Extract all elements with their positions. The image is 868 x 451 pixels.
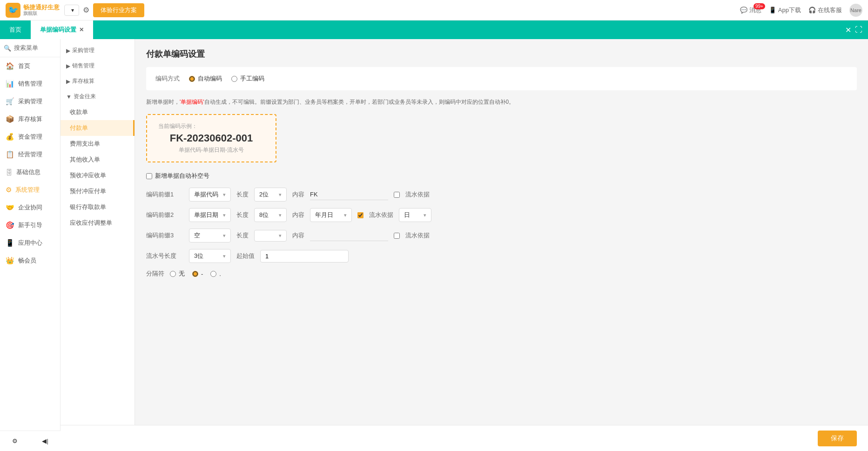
- sep-dot-option[interactable]: .: [210, 270, 221, 277]
- left-menu: ▶ 采购管理 ▶ 销售管理 ▶ 库存核算 ▼ 资金往来 收款单 付款单 费用支出…: [61, 39, 135, 451]
- prefix3-length-select[interactable]: ▾: [254, 230, 287, 242]
- prefix1-length-value: 2位: [259, 190, 269, 199]
- sidebar-search[interactable]: 🔍 搜索菜单: [0, 39, 60, 57]
- auto-encode-option[interactable]: 自动编码: [189, 74, 222, 83]
- settings-icon[interactable]: ⚙: [83, 6, 89, 14]
- prefix2-serial-unit-value: 日: [404, 211, 410, 219]
- prefix3-type-select[interactable]: 空 ▾: [189, 229, 231, 242]
- menu-item-bank-deposit[interactable]: 银行存取款单: [61, 199, 135, 215]
- prefix2-content-value: 年月日: [315, 211, 333, 219]
- prefix2-length-label: 长度: [236, 211, 249, 219]
- sep-none-radio[interactable]: [170, 271, 176, 277]
- sep-none-option[interactable]: 无: [170, 269, 185, 278]
- menu-group-inventory-label: 库存核算: [72, 77, 94, 85]
- guide-icon: 🎯: [6, 221, 14, 229]
- sidebar-item-purchase[interactable]: 🛒 采购管理: [0, 93, 60, 110]
- menu-item-other-income[interactable]: 其他收入单: [61, 152, 135, 168]
- tab-close-all-icon[interactable]: ✕: [845, 26, 851, 34]
- sidebar-item-operations[interactable]: 📋 经营管理: [0, 146, 60, 163]
- prefix3-content-label: 内容: [292, 231, 304, 240]
- topbar-left: 🐦 畅捷通好生意 旗舰版 ▾ ⚙ 体验行业方案: [6, 3, 144, 18]
- sidebar-item-basic[interactable]: 🗄 基础信息: [0, 163, 60, 181]
- separator-row: 分隔符 无 - .: [146, 269, 857, 278]
- menu-item-advance-payment[interactable]: 预付冲应付单: [61, 183, 135, 199]
- prefix1-content-input[interactable]: [310, 189, 388, 200]
- prefix2-label: 编码前缀2: [146, 211, 183, 219]
- sidebar: 🔍 搜索菜单 🏠 首页 📊 销售管理 🛒 采购管理 📦 库存核算 💰 资金管理 …: [0, 39, 61, 451]
- prefix3-content-input[interactable]: [310, 230, 388, 241]
- basic-icon: 🗄: [6, 168, 13, 176]
- start-value-input[interactable]: [260, 250, 349, 263]
- chevron-right-icon-sales: ▶: [66, 63, 70, 69]
- menu-item-receivable-adj[interactable]: 应收应付调整单: [61, 215, 135, 231]
- member-icon: 👑: [6, 256, 14, 265]
- avatar[interactable]: Nare: [849, 4, 862, 17]
- prefix2-type-value: 单据日期: [194, 211, 218, 219]
- menu-group-fund-label: 资金往来: [74, 93, 96, 101]
- sidebar-item-basic-label: 基础信息: [16, 168, 40, 176]
- menu-group-purchase[interactable]: ▶ 采购管理: [61, 43, 135, 58]
- auto-fill-checkbox[interactable]: [146, 173, 152, 179]
- sidebar-item-inventory[interactable]: 📦 库存核算: [0, 110, 60, 128]
- prefix1-type-select[interactable]: 单据代码 ▾: [189, 188, 231, 202]
- start-value-label: 起始值: [236, 252, 255, 260]
- prefix1-serial-checkbox[interactable]: [394, 192, 400, 198]
- sidebar-item-member[interactable]: 👑 畅会员: [0, 252, 60, 269]
- prefix2-serial-checkbox[interactable]: [357, 212, 363, 218]
- app-download-button[interactable]: 📱 App下载: [769, 6, 801, 14]
- tab-encode-settings[interactable]: 单据编码设置 ✕: [31, 20, 93, 39]
- encoding-label: 编码方式: [155, 74, 180, 83]
- app-download-label: App下载: [778, 6, 801, 14]
- online-service-button[interactable]: 🎧 在线客服: [808, 6, 842, 14]
- auto-encode-radio[interactable]: [189, 76, 195, 82]
- sidebar-item-finance-label: 资金管理: [18, 133, 42, 141]
- preview-desc: 单据代码-单据日期-流水号: [158, 146, 264, 154]
- manual-encode-label: 手工编码: [240, 74, 264, 83]
- sep-dash-option[interactable]: -: [192, 270, 203, 277]
- prefix3-serial-checkbox[interactable]: [394, 233, 400, 239]
- sidebar-item-system[interactable]: ⚙ 系统管理: [0, 181, 60, 199]
- trial-button[interactable]: 体验行业方案: [93, 3, 144, 17]
- serial-length-select[interactable]: 3位 ▾: [189, 249, 231, 263]
- menu-group-sales[interactable]: ▶ 销售管理: [61, 58, 135, 74]
- tab-home[interactable]: 首页: [0, 20, 31, 39]
- chevron-right-icon: ▶: [66, 47, 70, 54]
- sidebar-settings-icon[interactable]: ⚙: [12, 438, 18, 444]
- sidebar-item-sales[interactable]: 📊 销售管理: [0, 75, 60, 93]
- sidebar-item-enterprise[interactable]: 🤝 企业协同: [0, 199, 60, 216]
- prefix1-label: 编码前缀1: [146, 190, 183, 199]
- chevron-right-icon-inventory: ▶: [66, 78, 70, 85]
- chevron-down-icon: ▾: [424, 212, 426, 218]
- sidebar-collapse-icon[interactable]: ◀|: [42, 438, 48, 444]
- prefix1-content-label: 内容: [292, 190, 304, 199]
- tab-close-icon[interactable]: ✕: [79, 27, 84, 33]
- tab-expand-icon[interactable]: ⛶: [855, 26, 862, 34]
- apps-icon: 📱: [6, 239, 14, 247]
- menu-item-advance-receipt[interactable]: 预收冲应收单: [61, 168, 135, 183]
- sidebar-item-member-label: 畅会员: [18, 256, 36, 265]
- workspace-dropdown[interactable]: ▾: [64, 5, 79, 16]
- menu-group-inventory[interactable]: ▶ 库存核算: [61, 74, 135, 89]
- prefix3-row: 编码前缀3 空 ▾ 长度 ▾ 内容 流水依据: [146, 229, 857, 242]
- prefix2-content-select[interactable]: 年月日 ▾: [310, 208, 352, 222]
- sep-dash-radio[interactable]: [192, 271, 198, 277]
- sidebar-item-home[interactable]: 🏠 首页: [0, 57, 60, 75]
- manual-encode-option[interactable]: 手工编码: [231, 74, 264, 83]
- prefix2-length-select[interactable]: 8位 ▾: [254, 208, 287, 222]
- save-button[interactable]: 保存: [818, 431, 857, 446]
- menu-group-purchase-label: 采购管理: [72, 47, 94, 54]
- sep-dot-radio[interactable]: [210, 271, 216, 277]
- message-button[interactable]: 💬 消息 99+: [740, 6, 761, 14]
- prefix1-row: 编码前缀1 单据代码 ▾ 长度 2位 ▾ 内容 流水依据: [146, 188, 857, 202]
- menu-item-payment[interactable]: 付款单: [61, 120, 135, 136]
- sidebar-item-finance[interactable]: 💰 资金管理: [0, 128, 60, 146]
- menu-item-receipt[interactable]: 收款单: [61, 104, 135, 120]
- sidebar-item-guide[interactable]: 🎯 新手引导: [0, 216, 60, 234]
- prefix1-length-select[interactable]: 2位 ▾: [254, 188, 287, 202]
- menu-item-expense[interactable]: 费用支出单: [61, 136, 135, 152]
- prefix2-serial-unit-select[interactable]: 日 ▾: [399, 208, 431, 222]
- prefix2-type-select[interactable]: 单据日期 ▾: [189, 208, 231, 222]
- sidebar-item-apps[interactable]: 📱 应用中心: [0, 234, 60, 252]
- manual-encode-radio[interactable]: [231, 76, 237, 82]
- menu-group-fund[interactable]: ▼ 资金往来: [61, 89, 135, 104]
